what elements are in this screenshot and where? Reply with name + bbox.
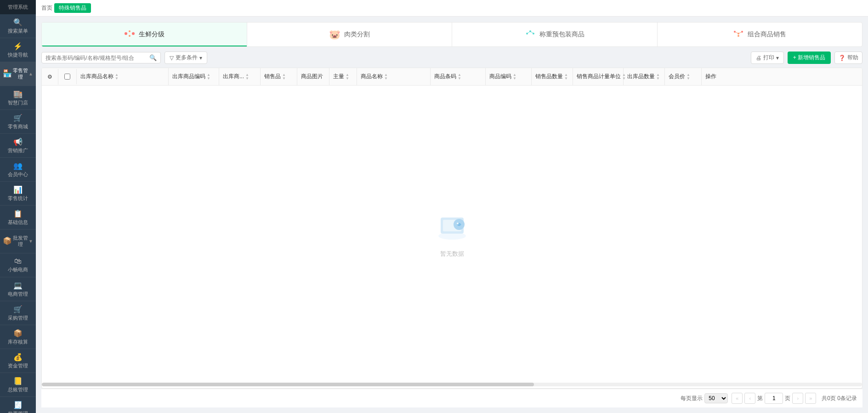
th-image: 商品图片 xyxy=(297,68,329,85)
sidebar-item-label: 批发管理 xyxy=(12,235,28,247)
breadcrumb-current: 特殊销售品 xyxy=(54,3,91,13)
th-setting[interactable]: ⚙ xyxy=(42,69,58,85)
sidebar-item-label: 发票管理 xyxy=(8,411,28,413)
tab-combo[interactable]: 组合商品销售 xyxy=(658,23,862,46)
purchase-icon: 🛒 xyxy=(13,305,23,314)
prev-page-button[interactable]: ‹ xyxy=(744,393,755,404)
svg-point-12 xyxy=(738,35,739,37)
sort-arrows5[interactable]: ▲▼ xyxy=(346,73,349,80)
sidebar-item-micro-shop[interactable]: 🛍 小畅电商 xyxy=(0,253,36,277)
print-button[interactable]: 🖨 打印 ▾ xyxy=(751,52,784,64)
sidebar-logo: 管理系统 xyxy=(0,0,36,14)
filter-button[interactable]: ▽ 更多条件 ▾ xyxy=(165,52,207,64)
toolbar-right: 🖨 打印 ▾ + 新增销售品 ❓ 帮助 xyxy=(751,52,862,64)
svg-point-3 xyxy=(129,35,130,37)
scale-icon xyxy=(525,29,536,40)
sidebar-item-basic[interactable]: 📋 基础信息 xyxy=(0,206,36,229)
sidebar-item-label: 总账管理 xyxy=(8,387,28,393)
sidebar-item-purchase[interactable]: 🛒 采购管理 xyxy=(0,301,36,325)
tab-meat[interactable]: 🐷 肉类分割 xyxy=(247,23,453,46)
smartstore-icon: 🏬 xyxy=(13,90,23,98)
sort-arrows9[interactable]: ▲▼ xyxy=(564,73,568,80)
sidebar-item-member[interactable]: 👥 会员中心 xyxy=(0,158,36,182)
sidebar-item-finance[interactable]: 💰 资金管理 xyxy=(0,349,36,373)
sidebar-item-stats[interactable]: 📊 零售统计 xyxy=(0,182,36,206)
tab-fresh-label: 生鲜分级 xyxy=(139,30,165,39)
sidebar-item-search[interactable]: 🔍 搜索菜单 xyxy=(0,14,36,38)
sidebar-item-retail[interactable]: 🏪 零售管理 ▲ xyxy=(0,62,36,86)
printer-icon: 🖨 xyxy=(756,55,761,61)
sidebar-item-label: 零售管理 xyxy=(12,68,28,80)
sidebar-item-ecommerce[interactable]: 💻 电商管理 xyxy=(0,277,36,301)
meat-icon: 🐷 xyxy=(329,29,340,40)
cart-icon: 🛒 xyxy=(13,114,23,122)
inventory-icon: 📦 xyxy=(13,329,23,338)
sort-arrows2[interactable]: ▲▼ xyxy=(207,73,210,80)
chart-icon: 📊 xyxy=(13,185,23,194)
sidebar-item-label: 零售统计 xyxy=(8,195,28,201)
sidebar-item-label: 采购管理 xyxy=(8,315,28,321)
filter-icon: ▽ xyxy=(170,55,174,61)
sort-arrows8[interactable]: ▲▼ xyxy=(513,73,516,80)
svg-point-0 xyxy=(125,32,127,35)
sidebar-item-quick[interactable]: ⚡ 快捷导航 xyxy=(0,38,36,62)
people-icon: 👥 xyxy=(13,161,23,170)
svg-line-13 xyxy=(735,32,738,34)
chevron-down-icon3: ▾ xyxy=(776,55,779,61)
page-number-input[interactable] xyxy=(765,393,783,404)
search-input[interactable] xyxy=(45,55,149,61)
per-page-select[interactable]: 50 10 20 100 xyxy=(704,393,728,403)
table-header: ⚙ 出库商品名称 ▲▼ 出库商品编码 ▲▼ 出库商... ▲▼ xyxy=(42,68,862,86)
sidebar-item-inventory[interactable]: 📦 库存核算 xyxy=(0,325,36,349)
chevron-down-icon: ▲ xyxy=(28,71,33,76)
th-goodsname: 商品名称 ▲▼ xyxy=(357,68,431,85)
breadcrumb: 首页 特殊销售品 xyxy=(41,3,91,13)
svg-point-2 xyxy=(132,32,135,35)
sidebar-item-label: 会员中心 xyxy=(8,172,28,178)
sort-arrows11[interactable]: ▲▼ xyxy=(656,73,660,80)
sort-arrows[interactable]: ▲▼ xyxy=(115,73,119,80)
sort-arrows6[interactable]: ▲▼ xyxy=(384,73,388,80)
sidebar-item-wholesale[interactable]: 📦 批发管理 ▼ xyxy=(0,229,36,253)
tab-scale-label: 称重预包装商品 xyxy=(539,30,584,39)
sort-arrows3[interactable]: ▲▼ xyxy=(245,73,249,80)
tab-fresh[interactable]: 生鲜分级 xyxy=(42,23,247,46)
th-check[interactable] xyxy=(58,69,77,84)
chevron-down-icon2: ▼ xyxy=(28,239,33,244)
main-area: 首页 特殊销售品 生鲜分级 🐷 肉类分 xyxy=(36,0,868,413)
svg-line-7 xyxy=(527,31,530,34)
sidebar-item-invoice[interactable]: 🧾 发票管理 xyxy=(0,397,36,413)
breadcrumb-home[interactable]: 首页 xyxy=(41,4,52,12)
per-page-label: 每页显示 xyxy=(681,395,703,402)
sort-arrows4[interactable]: ▲▼ xyxy=(282,73,286,80)
sidebar: 管理系统 🔍 搜索菜单 ⚡ 快捷导航 🏪 零售管理 ▲ 🏬 智慧门店 🛒 零售商… xyxy=(0,0,36,413)
page-size-selector: 每页显示 50 10 20 100 xyxy=(681,393,728,403)
horizontal-scrollbar[interactable] xyxy=(42,383,862,386)
sort-arrows7[interactable]: ▲▼ xyxy=(458,73,461,80)
svg-point-19 xyxy=(457,223,459,224)
sidebar-item-smart-store[interactable]: 🏬 智慧门店 xyxy=(0,86,36,110)
toolbar: 🔍 ▽ 更多条件 ▾ 🖨 打印 ▾ + 新增销售品 ❓ xyxy=(41,52,862,64)
add-button[interactable]: + 新增销售品 xyxy=(788,52,831,64)
first-page-button[interactable]: « xyxy=(732,393,743,404)
svg-line-14 xyxy=(738,32,742,34)
sidebar-item-general-ledger[interactable]: 📒 总账管理 xyxy=(0,373,36,397)
tab-meat-label: 肉类分割 xyxy=(344,30,370,39)
megaphone-icon: 📢 xyxy=(13,138,23,146)
sort-arrows12[interactable]: ▲▼ xyxy=(686,73,690,80)
sidebar-item-online-mall[interactable]: 🛒 零售商城 xyxy=(0,110,36,134)
sidebar-item-marketing[interactable]: 📢 营销推广 xyxy=(0,134,36,158)
select-all-checkbox[interactable] xyxy=(64,74,70,80)
next-page-button[interactable]: › xyxy=(792,393,803,404)
search-box: 🔍 xyxy=(41,52,161,63)
ledger-icon: 📒 xyxy=(13,377,23,385)
store-icon: 🏪 xyxy=(3,69,12,78)
tab-scale[interactable]: 称重预包装商品 xyxy=(452,23,658,46)
search-icon[interactable]: 🔍 xyxy=(149,54,157,61)
toolbar-left: 🔍 ▽ 更多条件 ▾ xyxy=(41,52,207,64)
help-button[interactable]: ❓ 帮助 xyxy=(834,52,862,64)
help-icon: ❓ xyxy=(839,55,845,61)
sidebar-item-label: 库存核算 xyxy=(8,339,28,345)
last-page-button[interactable]: » xyxy=(805,393,816,404)
page-total: 共0页 0条记录 xyxy=(822,395,857,402)
